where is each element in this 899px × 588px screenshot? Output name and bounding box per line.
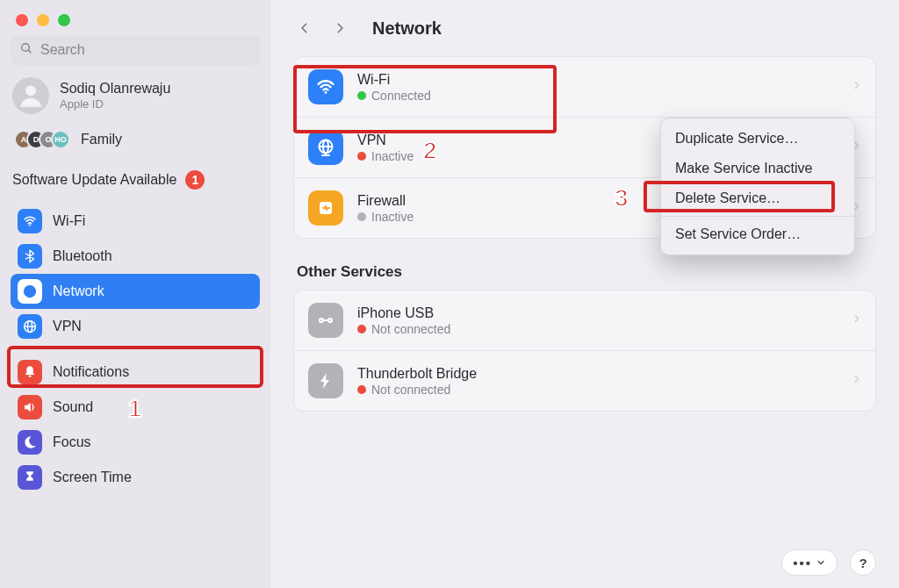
- status-dot-icon: [357, 91, 366, 100]
- service-status: Connected: [371, 89, 431, 103]
- service-label: iPhone USB: [357, 305, 450, 321]
- sidebar-item-sound[interactable]: Sound: [11, 390, 260, 425]
- service-label: Firewall: [357, 193, 414, 209]
- family-label: Family: [81, 132, 122, 147]
- usb-icon: [308, 303, 343, 338]
- service-label: Thunderbolt Bridge: [357, 366, 477, 382]
- hourglass-icon: [18, 465, 42, 490]
- svg-line-1: [28, 50, 31, 53]
- thunderbolt-icon: [308, 363, 343, 398]
- sidebar: Search Sodiq Olanrewaju Apple ID A D O H…: [0, 0, 270, 588]
- section-title-other-services: Other Services: [297, 263, 876, 281]
- sidebar-item-focus[interactable]: Focus: [11, 425, 260, 460]
- footer: ••• ?: [781, 549, 876, 576]
- status-dot-icon: [357, 152, 366, 161]
- back-button[interactable]: [293, 15, 316, 41]
- svg-point-2: [25, 85, 36, 96]
- sidebar-item-label: Screen Time: [53, 470, 132, 485]
- service-status: Not connected: [371, 322, 450, 336]
- chevron-right-icon: [852, 78, 861, 96]
- menu-item-duplicate-service[interactable]: Duplicate Service…: [661, 124, 854, 154]
- software-update-label: Software Update Available: [12, 172, 176, 188]
- zoom-window-button[interactable]: [58, 14, 70, 26]
- help-button[interactable]: ?: [850, 549, 876, 576]
- window-root: Search Sodiq Olanrewaju Apple ID A D O H…: [0, 0, 899, 588]
- chevron-right-icon: [852, 312, 861, 329]
- moon-icon: [18, 430, 42, 455]
- menu-item-delete-service[interactable]: Delete Service…: [661, 183, 854, 213]
- sidebar-item-family[interactable]: A D O HO Family: [11, 130, 260, 149]
- status-dot-icon: [357, 385, 366, 394]
- context-menu: Duplicate Service… Make Service Inactive…: [660, 118, 855, 255]
- search-input[interactable]: Search: [11, 35, 260, 65]
- svg-point-3: [29, 225, 31, 226]
- account-name: Sodiq Olanrewaju: [60, 81, 170, 97]
- account-sub: Apple ID: [60, 97, 170, 111]
- chevron-right-icon: [852, 372, 861, 390]
- service-label: VPN: [357, 133, 414, 148]
- svg-point-8: [325, 91, 327, 94]
- sidebar-item-label: VPN: [53, 319, 82, 334]
- wifi-icon: [308, 69, 343, 104]
- main-pane: Network Wi-Fi Connected VPN I: [270, 0, 899, 588]
- apple-id-account[interactable]: Sodiq Olanrewaju Apple ID: [11, 77, 260, 114]
- sidebar-list: Wi-Fi Bluetooth Network VPN: [11, 204, 260, 495]
- wifi-icon: [18, 209, 42, 233]
- sidebar-item-vpn[interactable]: VPN: [11, 309, 260, 344]
- globe-icon: [18, 279, 42, 304]
- close-window-button[interactable]: [16, 14, 28, 26]
- account-text: Sodiq Olanrewaju Apple ID: [60, 81, 170, 111]
- menu-item-set-order[interactable]: Set Service Order…: [661, 219, 854, 249]
- globe-icon: [308, 130, 343, 165]
- speaker-icon: [18, 395, 42, 419]
- sidebar-item-wifi[interactable]: Wi-Fi: [11, 204, 260, 239]
- titlebar: Network: [293, 0, 876, 56]
- software-update-row[interactable]: Software Update Available 1: [11, 170, 260, 190]
- service-status: Inactive: [371, 210, 414, 224]
- sidebar-item-label: Notifications: [53, 364, 129, 380]
- sidebar-item-label: Focus: [53, 434, 91, 450]
- menu-item-make-inactive[interactable]: Make Service Inactive: [661, 154, 854, 183]
- sidebar-item-notifications[interactable]: Notifications: [11, 355, 260, 390]
- sidebar-item-label: Wi-Fi: [53, 213, 85, 229]
- status-dot-icon: [357, 212, 366, 221]
- service-label: Wi-Fi: [357, 72, 431, 88]
- other-services-card: iPhone USB Not connected Thunderbolt Bri…: [293, 290, 876, 412]
- search-placeholder: Search: [40, 42, 85, 58]
- avatar: [12, 77, 49, 114]
- service-row-thunderbolt-bridge[interactable]: Thunderbolt Bridge Not connected: [294, 350, 875, 411]
- minimize-window-button[interactable]: [37, 14, 49, 26]
- family-avatars: A D O HO: [14, 130, 70, 149]
- sidebar-item-label: Network: [53, 283, 104, 299]
- svg-point-0: [22, 44, 30, 52]
- service-row-wifi[interactable]: Wi-Fi Connected: [294, 57, 875, 117]
- search-icon: [19, 41, 33, 59]
- status-dot-icon: [357, 325, 366, 333]
- forward-button[interactable]: [328, 15, 351, 41]
- update-badge: 1: [185, 170, 205, 190]
- sidebar-item-screen-time[interactable]: Screen Time: [11, 460, 260, 495]
- service-row-iphone-usb[interactable]: iPhone USB Not connected: [294, 290, 875, 350]
- sidebar-item-network[interactable]: Network: [11, 274, 260, 309]
- sidebar-item-label: Sound: [53, 399, 93, 415]
- service-status: Not connected: [371, 383, 450, 397]
- sidebar-item-label: Bluetooth: [53, 248, 112, 264]
- more-actions-button[interactable]: •••: [781, 549, 838, 576]
- traffic-lights: [11, 9, 260, 35]
- page-title: Network: [372, 18, 442, 39]
- firewall-icon: [308, 190, 343, 226]
- bell-icon: [18, 360, 42, 384]
- globe-icon: [18, 314, 42, 339]
- sidebar-item-bluetooth[interactable]: Bluetooth: [11, 239, 260, 274]
- bluetooth-icon: [18, 244, 42, 269]
- service-status: Inactive: [371, 149, 414, 163]
